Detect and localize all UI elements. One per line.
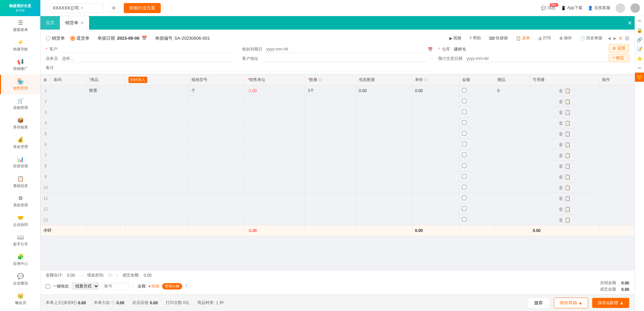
- add-payment-button[interactable]: ● 添加: [148, 283, 159, 289]
- tab-close-icon[interactable]: ✕: [80, 21, 84, 25]
- view-grid-icon[interactable]: ⊞: [625, 35, 629, 41]
- nav-next-icon[interactable]: ▶: [613, 36, 616, 41]
- copy-btn[interactable]: 📋: [565, 163, 570, 169]
- cell-amount-2[interactable]: [412, 96, 459, 107]
- delete-btn[interactable]: 🗑: [559, 142, 563, 147]
- cell-barcode-1[interactable]: [51, 85, 86, 96]
- delete-btn[interactable]: 🗑: [559, 217, 563, 223]
- salesperson-dots[interactable]: ···: [234, 57, 236, 61]
- sidebar-item-search[interactable]: ☰ 搜索菜单: [0, 16, 40, 36]
- cell-unit-price-1[interactable]: 0.00: [356, 85, 412, 96]
- cell-gift-1[interactable]: [459, 85, 494, 96]
- gift-checkbox-1[interactable]: [462, 88, 466, 92]
- save-draft-button[interactable]: 保存草稿 ▲: [554, 298, 589, 308]
- cell-product-2[interactable]: [86, 96, 125, 107]
- copy-btn[interactable]: 📋: [565, 217, 570, 223]
- date-value[interactable]: 2023-06-06: [117, 36, 140, 41]
- save-new-button[interactable]: 保存&新增 ▲: [592, 298, 629, 308]
- toolbar-shortcut[interactable]: ⌨ 快捷键: [486, 34, 510, 42]
- message-btn[interactable]: 💬 消息 99+: [541, 5, 556, 11]
- view-list-icon[interactable]: ≡: [619, 35, 622, 41]
- cell-product-1[interactable]: 拆货: [86, 85, 125, 96]
- float-btn-3[interactable]: 🔗: [635, 35, 644, 44]
- toolbar-help[interactable]: ? 帮助: [467, 34, 484, 42]
- copy-btn[interactable]: 📋: [565, 196, 570, 201]
- sidebar-item-wechat[interactable]: 💬 企业微信: [0, 270, 40, 289]
- delete-btn[interactable]: 🗑: [559, 174, 563, 180]
- cell-spec-1[interactable]: [125, 85, 189, 96]
- copy-btn[interactable]: 📋: [565, 142, 570, 147]
- delete-row-2[interactable]: 🗑: [559, 99, 563, 104]
- delete-btn[interactable]: 🗑: [559, 110, 563, 115]
- nav-prev-icon[interactable]: ◀: [608, 36, 611, 41]
- float-btn-2[interactable]: 🔒: [635, 26, 644, 35]
- delete-btn[interactable]: 🗑: [559, 153, 563, 158]
- dots-icon[interactable]: ···: [131, 284, 135, 288]
- radio-return-order[interactable]: 退货单: [70, 35, 89, 41]
- save-draft-chevron[interactable]: ▲: [578, 300, 583, 305]
- expense-info-icon[interactable]: ?: [185, 284, 187, 288]
- tab-home[interactable]: 首页: [40, 16, 60, 30]
- window-close-icon[interactable]: ✕: [628, 20, 632, 26]
- warehouse-value[interactable]: 建材仓: [452, 45, 624, 53]
- one-click-payment-checkbox[interactable]: [46, 284, 50, 288]
- delete-btn[interactable]: 🗑: [559, 120, 563, 126]
- expense-split-tag[interactable]: 费用分摊: [162, 283, 182, 289]
- sidebar-item-inventory[interactable]: 📦 库存核算: [0, 114, 40, 133]
- copy-row-1[interactable]: 📋: [565, 88, 570, 93]
- cell-unit-price-2[interactable]: [356, 96, 412, 107]
- sidebar-item-system[interactable]: ⚙ 系统管理: [0, 192, 40, 211]
- cell-barcode-2[interactable]: [51, 96, 86, 107]
- cell-pack-qty-2[interactable]: [305, 96, 356, 107]
- delete-btn[interactable]: 🗑: [559, 163, 563, 169]
- sidebar-item-purchase[interactable]: 🛒 采购管理: [0, 94, 40, 114]
- settings-button[interactable]: ⚙ 设置: [609, 44, 629, 52]
- cell-unit-1[interactable]: 个: [189, 85, 245, 96]
- copy-btn[interactable]: 📋: [565, 110, 570, 115]
- customer-input[interactable]: [60, 46, 232, 53]
- app-download-btn[interactable]: 📱 App下载: [561, 5, 582, 11]
- cell-quantity-2[interactable]: [245, 96, 305, 107]
- gift-checkbox-2[interactable]: [462, 99, 466, 103]
- sidebar-item-management[interactable]: 📊 经营管理: [0, 153, 40, 172]
- sidebar-item-guide[interactable]: 📖 新手引导: [0, 231, 40, 250]
- float-btn-6[interactable]: ✏: [635, 63, 644, 73]
- customer-dots[interactable]: ···: [234, 47, 236, 51]
- copy-btn[interactable]: 📋: [565, 131, 570, 137]
- toolbar-print[interactable]: 🖨 打印: [535, 34, 554, 42]
- float-btn-5[interactable]: ⭐: [635, 54, 644, 63]
- user-avatar[interactable]: [616, 3, 625, 13]
- payment-date-input[interactable]: [264, 46, 426, 53]
- toolbar-history[interactable]: 📄 历史单据: [577, 34, 605, 42]
- copy-btn[interactable]: 📋: [565, 120, 570, 126]
- expected-delivery-input[interactable]: [464, 55, 622, 62]
- cell-unit-2[interactable]: [189, 96, 245, 107]
- calendar-icon[interactable]: 📅: [142, 36, 147, 41]
- delete-btn[interactable]: 🗑: [559, 131, 563, 137]
- toolbar-operation[interactable]: ⚙ 操作: [557, 34, 575, 42]
- copy-row-2[interactable]: 📋: [565, 99, 570, 104]
- logistics-button[interactable]: + 物流: [609, 54, 629, 62]
- sidebar-item-member[interactable]: 👑 畅会员: [0, 289, 40, 309]
- float-btn-7[interactable]: 🧡: [635, 73, 644, 82]
- sidebar-item-sales[interactable]: 🏪 销售管理: [0, 75, 40, 94]
- settle-method-select[interactable]: 结算方式: [72, 282, 99, 290]
- save-new-chevron[interactable]: ▲: [619, 300, 624, 305]
- note-input[interactable]: [56, 64, 433, 71]
- sidebar-item-quick-nav[interactable]: ⚡ 快捷导航: [0, 36, 40, 55]
- float-btn-1[interactable]: ✏: [635, 16, 644, 26]
- cell-spec-2[interactable]: [125, 96, 189, 107]
- th-settings[interactable]: ⚙: [41, 75, 51, 85]
- sidebar-item-apps[interactable]: 🧩 应用中心: [0, 250, 40, 270]
- trial-button[interactable]: 体验行业方案: [124, 3, 161, 13]
- online-service-btn[interactable]: 👤 在线客服: [588, 5, 610, 11]
- toolbar-video[interactable]: ▶ 视频: [447, 34, 464, 42]
- delete-btn[interactable]: 🗑: [559, 185, 563, 190]
- cash-discount-info-icon[interactable]: ⓘ: [108, 273, 112, 278]
- abandon-button[interactable]: 放弃: [527, 298, 550, 308]
- company-selector[interactable]: XXXXXX公司 ▾: [50, 3, 104, 13]
- float-btn-4[interactable]: 📝: [635, 44, 644, 54]
- sidebar-item-finance[interactable]: 💰 资金管理: [0, 133, 40, 153]
- customer-address-input[interactable]: [260, 55, 428, 62]
- copy-btn[interactable]: 📋: [565, 153, 570, 158]
